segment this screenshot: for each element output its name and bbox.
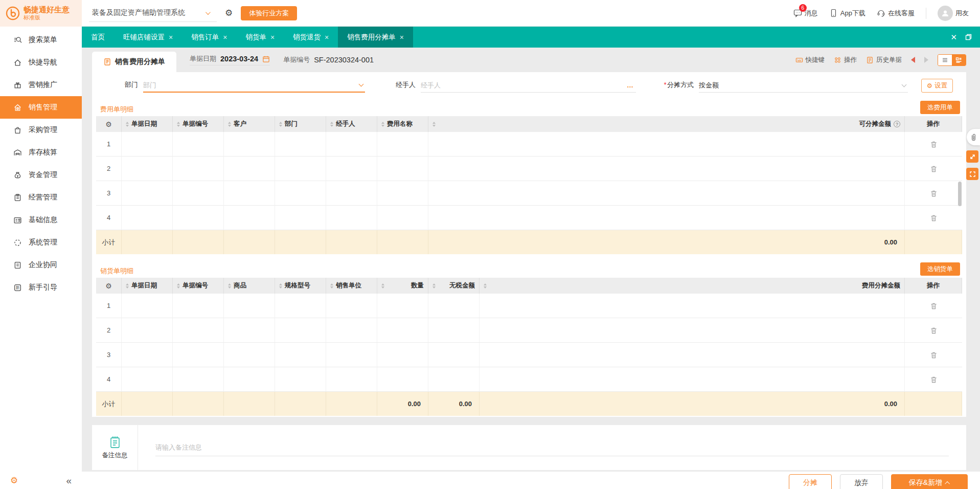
column-config-gear-icon[interactable]: ⚙	[96, 278, 122, 294]
handler-input[interactable]	[421, 81, 625, 89]
search-menu-icon	[13, 36, 22, 45]
collapse-sidebar-icon[interactable]: «	[66, 477, 72, 484]
delete-row-icon[interactable]	[930, 214, 938, 222]
col-header[interactable]: 单据编号	[173, 116, 224, 132]
department-select[interactable]	[143, 78, 365, 93]
fullscreen-button[interactable]	[966, 168, 978, 180]
sidebar-item-funds[interactable]: 资金管理	[0, 164, 82, 186]
col-header[interactable]: 费用名称	[377, 116, 428, 132]
handler-select[interactable]: …	[421, 78, 636, 93]
tab-sales-invoice[interactable]: 销货单×	[236, 27, 284, 48]
system-icon	[13, 238, 22, 247]
sidebar-item-guide[interactable]: 新 新手引导	[0, 276, 82, 299]
remark-input[interactable]	[155, 443, 949, 451]
restore-window-icon[interactable]	[965, 34, 972, 40]
tab-close-icon[interactable]: ×	[270, 33, 275, 41]
system-selector[interactable]: 装备及固定资产辅助管理系统	[89, 5, 217, 22]
col-header[interactable]: 销售单位	[326, 278, 377, 294]
tab-sales-return[interactable]: 销货退货×	[284, 27, 338, 48]
col-header-qty[interactable]: 数量	[377, 278, 428, 294]
chevron-down-icon[interactable]	[901, 82, 906, 87]
tab-close-icon[interactable]: ×	[400, 33, 404, 41]
col-header[interactable]: 商品	[224, 278, 275, 294]
sidebar-item-quick-nav[interactable]: 快捷导航	[0, 51, 82, 74]
calendar-icon[interactable]	[262, 55, 270, 63]
department-input[interactable]	[143, 81, 359, 89]
keyboard-icon	[795, 56, 803, 64]
tab-sales-order[interactable]: 销售订单×	[182, 27, 236, 48]
doc-date-field[interactable]: 单据日期 2023-03-24	[190, 54, 270, 65]
messages-button[interactable]: 6 消息	[793, 9, 818, 18]
sidebar-settings-gear-icon[interactable]: ⚙	[10, 475, 18, 486]
col-header[interactable]: 经手人	[326, 116, 377, 132]
sidebar-item-marketing[interactable]: 营销推广	[0, 74, 82, 96]
list-view-button[interactable]	[938, 55, 952, 65]
tab-expense-allocation[interactable]: 销售费用分摊单×	[338, 27, 413, 48]
delete-row-icon[interactable]	[930, 165, 938, 173]
delete-row-icon[interactable]	[930, 375, 938, 384]
chevron-down-icon[interactable]	[359, 82, 364, 87]
col-header-amount[interactable]: 费用分摊金额	[480, 278, 905, 294]
sidebar-item-sales[interactable]: 销售管理	[0, 96, 82, 119]
tab-close-icon[interactable]: ×	[223, 33, 227, 41]
funds-icon	[13, 171, 22, 180]
history-docs-button[interactable]: 历史单据	[866, 56, 902, 64]
vertical-scrollbar-thumb[interactable]	[958, 182, 962, 206]
discard-button[interactable]: 放弃	[840, 474, 883, 489]
purchase-icon	[13, 126, 22, 135]
settings-gear-icon[interactable]: ⚙	[225, 8, 233, 18]
select-sales-doc-button[interactable]: 选销货单	[920, 262, 960, 276]
column-config-gear-icon[interactable]: ⚙	[96, 116, 122, 132]
user-menu[interactable]: 用友	[938, 6, 969, 21]
tab-shop-settings[interactable]: 旺铺店铺设置×	[114, 27, 182, 48]
next-doc-arrow[interactable]	[924, 57, 928, 63]
tab-home[interactable]: 首页	[82, 27, 114, 48]
col-header-taxfree[interactable]: 无税金额	[428, 278, 480, 294]
expand-panel-button[interactable]	[966, 150, 978, 163]
trial-solution-button[interactable]: 体验行业方案	[241, 6, 297, 20]
form-view-button[interactable]	[952, 55, 966, 65]
attachment-button[interactable]	[967, 129, 980, 145]
tab-close-icon[interactable]: ×	[325, 33, 329, 41]
sidebar-item-system[interactable]: 系统管理	[0, 231, 82, 254]
sidebar-item-base-info[interactable]: 基础信息	[0, 209, 82, 231]
sidebar-item-search-menu[interactable]: 搜索菜单	[0, 29, 82, 51]
online-service-button[interactable]: 在线客服	[877, 9, 915, 18]
sidebar-item-collaboration[interactable]: 企业协同	[0, 254, 82, 276]
sidebar-item-purchase[interactable]: 采购管理	[0, 119, 82, 141]
col-header[interactable]: 部门	[275, 116, 326, 132]
delete-row-icon[interactable]	[930, 189, 938, 197]
tab-close-icon[interactable]: ×	[169, 33, 173, 41]
col-header[interactable]: 单据编号	[173, 278, 224, 294]
shortcut-keys-button[interactable]: 快捷键	[795, 56, 825, 64]
delete-row-icon[interactable]	[930, 351, 938, 359]
app-download-button[interactable]: App下载	[829, 9, 865, 18]
close-all-tabs-icon[interactable]: ✕	[950, 33, 957, 42]
settings-button[interactable]: ⚙设置	[921, 79, 953, 93]
col-header-amount[interactable]: 可分摊金额	[428, 116, 905, 132]
operations-menu-button[interactable]: 操作	[834, 56, 857, 64]
col-header[interactable]: 规格型号	[275, 278, 326, 294]
sidebar-item-inventory[interactable]: 库存核算	[0, 141, 82, 164]
delete-row-icon[interactable]	[930, 326, 938, 335]
previous-doc-arrow[interactable]	[911, 57, 915, 63]
document-tab-bar: 首页 旺铺店铺设置× 销售订单× 销货单× 销货退货× 销售费用分摊单× ✕	[82, 27, 980, 48]
delete-row-icon[interactable]	[930, 302, 938, 310]
username-label: 用友	[955, 9, 969, 18]
info-icon[interactable]	[894, 121, 900, 127]
expense-subtotal-amount: 0.00	[428, 230, 905, 254]
delete-row-icon[interactable]	[930, 140, 938, 148]
save-and-new-button[interactable]: 保存&新增	[891, 474, 968, 489]
sidebar-item-operations[interactable]: 经营管理	[0, 186, 82, 209]
more-options-icon[interactable]: …	[627, 81, 634, 89]
select-expense-doc-button[interactable]: 选费用单	[920, 101, 960, 114]
col-header[interactable]: 单据日期	[122, 116, 173, 132]
col-header[interactable]: 单据日期	[122, 278, 173, 294]
history-doc-icon	[866, 56, 874, 64]
fullscreen-icon	[969, 171, 976, 177]
allocate-button[interactable]: 分摊	[789, 474, 832, 489]
remark-field[interactable]	[155, 439, 949, 456]
avatar	[938, 6, 953, 21]
allocation-method-select[interactable]: 按金额	[699, 78, 908, 93]
col-header[interactable]: 客户	[224, 116, 275, 132]
